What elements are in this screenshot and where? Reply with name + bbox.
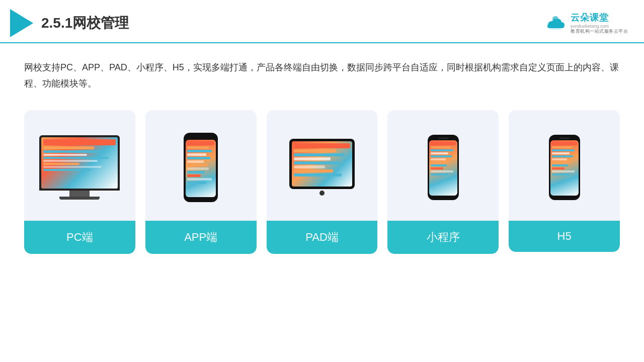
page-title: 2.5.1网校管理 xyxy=(41,14,129,33)
pad-label: PAD端 xyxy=(267,221,378,254)
brand-domain: yunduoketang.com xyxy=(571,24,609,29)
description-text: 网校支持PC、APP、PAD、小程序、H5，实现多端打通，产品各终端自由切换，数… xyxy=(24,59,620,92)
pc-card-image xyxy=(24,110,135,221)
h5-card-image xyxy=(509,110,620,221)
phone-mockup-h5 xyxy=(549,135,580,200)
device-cards-row: PC端 xyxy=(24,110,620,254)
miniprogram-card-image xyxy=(387,110,499,221)
header: 2.5.1网校管理 云朵课堂 yunduoketang.com 教育机构一站式服… xyxy=(0,0,644,43)
content-area: 网校支持PC、APP、PAD、小程序、H5，实现多端打通，产品各终端自由切换，数… xyxy=(0,43,644,264)
logo-triangle-icon xyxy=(10,9,33,37)
pc-card: PC端 xyxy=(24,110,135,254)
brand-sub: 教育机构一站式服务云平台 xyxy=(571,29,628,35)
h5-card: H5 xyxy=(509,110,620,252)
pc-label: PC端 xyxy=(24,221,135,254)
app-card-image xyxy=(145,110,257,221)
app-card: APP端 xyxy=(145,110,257,254)
header-right: 云朵课堂 yunduoketang.com 教育机构一站式服务云平台 xyxy=(543,12,628,35)
pad-card: PAD端 xyxy=(267,110,378,254)
miniprogram-label: 小程序 xyxy=(387,221,499,254)
brand-name: 云朵课堂 xyxy=(571,12,609,24)
app-label: APP端 xyxy=(145,221,257,254)
svg-point-1 xyxy=(552,16,558,22)
phone-mockup-app xyxy=(184,133,218,202)
h5-label: H5 xyxy=(509,221,620,252)
phone-mockup-mp xyxy=(428,135,459,200)
pc-screen xyxy=(39,135,120,191)
brand-logo: 云朵课堂 yunduoketang.com 教育机构一站式服务云平台 xyxy=(543,12,628,35)
pc-mockup xyxy=(39,135,120,200)
tablet-mockup xyxy=(289,139,355,196)
miniprogram-card: 小程序 xyxy=(387,110,499,254)
brand-text: 云朵课堂 yunduoketang.com 教育机构一站式服务云平台 xyxy=(571,12,628,35)
pad-card-image xyxy=(267,110,378,221)
header-left: 2.5.1网校管理 xyxy=(10,9,129,37)
cloud-icon xyxy=(543,14,568,32)
